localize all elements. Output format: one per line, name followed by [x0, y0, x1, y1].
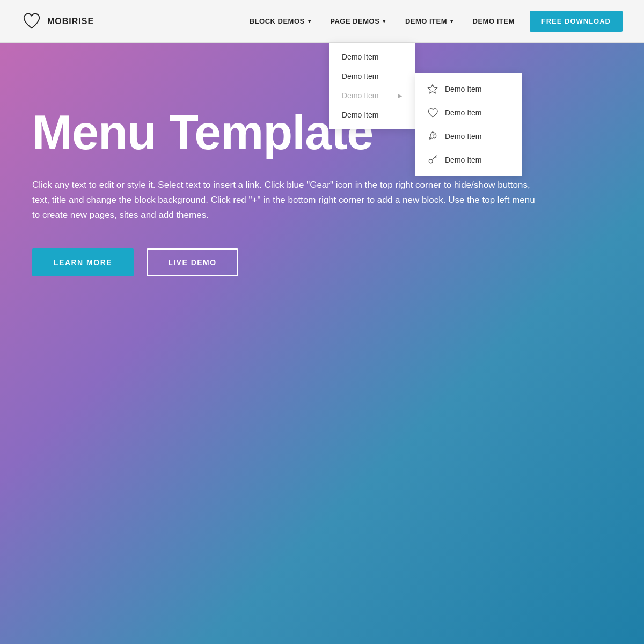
sub-dropdown-item-1[interactable]: Demo Item: [415, 77, 522, 101]
free-download-button[interactable]: FREE DOWNLOAD: [530, 11, 623, 32]
chevron-down-icon: ▾: [308, 18, 311, 24]
star-icon: [427, 83, 438, 95]
nav-link-demo-item-3[interactable]: DEMO ITEM ▾: [396, 17, 463, 25]
navbar-nav: BLOCK DEMOS ▾ PAGE DEMOS ▾ DEMO ITEM ▾ D…: [240, 11, 623, 32]
dropdown-wrapper: Demo Item Demo Item Demo Item ▶ Demo Ite…: [329, 43, 415, 129]
chevron-down-icon: ▾: [450, 18, 453, 24]
svg-point-1: [433, 134, 434, 135]
nav-item-demo-item-4: DEMO ITEM: [463, 17, 524, 25]
nav-item-page-demos: PAGE DEMOS ▾: [320, 17, 396, 25]
nav-item-demo-item-3: DEMO ITEM ▾: [396, 17, 463, 25]
dropdown-item-3-submenu[interactable]: Demo Item ▶ Demo Item: [329, 86, 415, 105]
heart-icon: [427, 107, 438, 119]
sub-dropdown-menu: Demo Item Demo Item: [415, 73, 522, 176]
hero-title: Menu Template: [32, 107, 612, 158]
dropdown-item-4[interactable]: Demo Item: [329, 105, 415, 125]
heart-icon: [21, 11, 42, 32]
live-demo-button[interactable]: LIVE DEMO: [147, 248, 238, 276]
nav-item-block-demos: BLOCK DEMOS ▾: [240, 17, 321, 25]
navbar: MOBIRISE BLOCK DEMOS ▾ PAGE DEMOS ▾ DEMO…: [0, 0, 644, 43]
brand-name: MOBIRISE: [47, 17, 94, 26]
sub-dropdown-item-3[interactable]: Demo Item: [415, 125, 522, 148]
hero-description: Click any text to edit or style it. Sele…: [32, 178, 542, 223]
dropdown-menu: Demo Item Demo Item Demo Item ▶ Demo Ite…: [329, 43, 415, 129]
key-icon: [427, 154, 438, 166]
dropdown-item-1[interactable]: Demo Item: [329, 47, 415, 67]
chevron-down-icon: ▾: [383, 18, 386, 24]
hero-buttons: LEARN MORE LIVE DEMO: [32, 248, 612, 276]
svg-marker-0: [428, 85, 437, 93]
hero-section: Menu Template Click any text to edit or …: [0, 43, 644, 644]
dropdown-item-2[interactable]: Demo Item: [329, 67, 415, 86]
brand-logo[interactable]: MOBIRISE: [21, 11, 94, 32]
nav-link-block-demos[interactable]: BLOCK DEMOS ▾: [240, 17, 321, 25]
chevron-right-icon: ▶: [398, 92, 402, 99]
sub-dropdown-item-4[interactable]: Demo Item: [415, 148, 522, 172]
nav-link-page-demos[interactable]: PAGE DEMOS ▾: [320, 17, 396, 25]
nav-item-cta: FREE DOWNLOAD: [524, 11, 623, 32]
svg-point-2: [429, 159, 433, 163]
sub-dropdown-item-2[interactable]: Demo Item: [415, 101, 522, 125]
learn-more-button[interactable]: LEARN MORE: [32, 248, 134, 276]
rocket-icon: [427, 130, 438, 142]
nav-link-demo-item-4[interactable]: DEMO ITEM: [463, 17, 524, 25]
